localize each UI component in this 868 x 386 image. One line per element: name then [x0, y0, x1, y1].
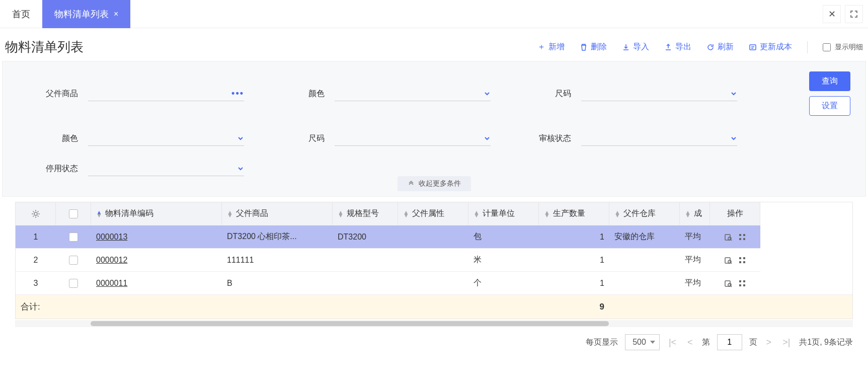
- td-action: [710, 225, 760, 248]
- row-checkbox[interactable]: [69, 233, 78, 242]
- header: 物料清单列表 ＋新增 删除 导入 导出 刷新 更新成本 显示明细: [0, 28, 868, 61]
- sort-icon[interactable]: ▲▼: [474, 211, 480, 217]
- page-input[interactable]: [717, 334, 742, 350]
- fullscreen-icon[interactable]: [845, 5, 863, 23]
- query-button[interactable]: 查询: [809, 71, 850, 91]
- next-page-icon[interactable]: >: [764, 337, 774, 348]
- filter-label: 审核状态: [511, 133, 581, 144]
- export-button[interactable]: 导出: [664, 42, 691, 52]
- chevron-down-icon[interactable]: [484, 90, 491, 97]
- sort-icon[interactable]: ▲▼: [403, 211, 409, 217]
- refresh-icon: [706, 43, 715, 51]
- add-button[interactable]: ＋新增: [537, 42, 565, 52]
- code-link[interactable]: 0000013: [96, 233, 127, 242]
- close-icon[interactable]: ×: [114, 10, 118, 19]
- checkbox-all[interactable]: [69, 209, 78, 218]
- th-label: 计量单位: [483, 208, 515, 219]
- collapse-button[interactable]: 收起更多条件: [398, 176, 471, 191]
- size-select[interactable]: [581, 86, 737, 101]
- row-checkbox[interactable]: [69, 256, 78, 265]
- last-page-icon[interactable]: >|: [780, 337, 792, 348]
- tab-home[interactable]: 首页: [0, 0, 42, 28]
- color-select[interactable]: [335, 86, 491, 101]
- size2-select[interactable]: [335, 131, 491, 146]
- sort-icon[interactable]: ▲▼: [227, 211, 233, 217]
- sum-cell: [222, 295, 333, 319]
- update-cost-label: 更新成本: [760, 42, 792, 52]
- more-icon[interactable]: [738, 279, 746, 287]
- color2-select[interactable]: [88, 131, 244, 146]
- td-checkbox[interactable]: [56, 248, 91, 271]
- import-button[interactable]: 导入: [622, 42, 649, 52]
- page-prefix: 第: [702, 337, 710, 348]
- filter-label: 颜色: [18, 133, 88, 144]
- th-warehouse[interactable]: ▲▼父件仓库: [609, 202, 680, 225]
- show-detail-input[interactable]: [823, 43, 831, 51]
- td-spec: DT3200: [333, 225, 398, 248]
- td-idx: 2: [16, 248, 56, 271]
- th-parent[interactable]: ▲▼父件商品: [222, 202, 333, 225]
- update-cost-button[interactable]: 更新成本: [749, 42, 792, 52]
- th-spec[interactable]: ▲▼规格型号: [333, 202, 398, 225]
- tab-bom-list[interactable]: 物料清单列表 ×: [42, 0, 130, 28]
- chevron-down-icon[interactable]: [730, 90, 737, 97]
- view-icon[interactable]: [724, 233, 732, 241]
- sort-icon[interactable]: ▲▼: [544, 211, 550, 217]
- scrollbar-thumb[interactable]: [91, 321, 609, 326]
- filter-label: 尺码: [511, 89, 581, 99]
- table-row[interactable]: 30000011B个1平均: [16, 271, 852, 294]
- sort-icon[interactable]: ▲▼: [338, 211, 344, 217]
- row-checkbox[interactable]: [69, 279, 78, 288]
- table-row[interactable]: 10000013DT3200 心相印茶...DT3200包1安徽的仓库平均: [16, 225, 852, 248]
- sort-icon[interactable]: ▲▼: [96, 211, 102, 217]
- first-page-icon[interactable]: |<: [667, 337, 678, 348]
- settings-button[interactable]: 设置: [809, 96, 850, 116]
- td-warehouse: [609, 271, 680, 294]
- td-checkbox[interactable]: [56, 225, 91, 248]
- audit-status-select[interactable]: [581, 131, 737, 146]
- td-code: 0000013: [91, 225, 222, 248]
- td-cost: 平均: [680, 225, 710, 248]
- th-checkbox[interactable]: [56, 202, 91, 225]
- stop-status-select[interactable]: [88, 161, 244, 176]
- prev-page-icon[interactable]: <: [685, 337, 695, 348]
- filter-label: 颜色: [264, 89, 335, 99]
- th-unit[interactable]: ▲▼计量单位: [468, 202, 539, 225]
- ellipsis-icon[interactable]: •••: [231, 88, 244, 99]
- th-label: 物料清单编码: [105, 208, 153, 219]
- more-icon[interactable]: [738, 233, 746, 241]
- pager: 每页显示 500 |< < 第 页 > >| 共1页, 9条记录: [0, 327, 868, 357]
- code-link[interactable]: 0000012: [96, 256, 127, 265]
- view-icon[interactable]: [724, 279, 732, 287]
- refresh-button[interactable]: 刷新: [706, 42, 734, 52]
- parent-product-input[interactable]: •••: [88, 86, 244, 101]
- per-page-select[interactable]: 500: [625, 334, 660, 350]
- td-attr: [398, 225, 468, 248]
- td-cost: 平均: [680, 248, 710, 271]
- th-qty[interactable]: ▲▼生产数量: [539, 202, 609, 225]
- show-detail-checkbox[interactable]: 显示明细: [823, 43, 863, 52]
- chevron-down-icon[interactable]: [484, 135, 491, 142]
- horizontal-scrollbar[interactable]: [15, 320, 853, 327]
- add-label: 新增: [548, 42, 565, 52]
- chevron-down-icon[interactable]: [237, 165, 244, 172]
- tabs-bar: 首页 物料清单列表 × ✕: [0, 0, 868, 28]
- close-all-icon[interactable]: ✕: [823, 5, 841, 23]
- th-cost[interactable]: ▲▼成: [680, 202, 710, 225]
- gear-icon[interactable]: [31, 209, 40, 218]
- td-checkbox[interactable]: [56, 271, 91, 294]
- delete-button[interactable]: 删除: [580, 42, 607, 52]
- chevron-down-icon[interactable]: [730, 135, 737, 142]
- filter-color2: 颜色: [18, 131, 244, 146]
- code-link[interactable]: 0000011: [96, 279, 127, 288]
- chevron-down-icon[interactable]: [237, 135, 244, 142]
- sort-icon[interactable]: ▲▼: [685, 211, 691, 217]
- th-label: 规格型号: [347, 208, 379, 219]
- th-gear[interactable]: [16, 202, 56, 225]
- th-code[interactable]: ▲▼物料清单编码: [91, 202, 222, 225]
- sort-icon[interactable]: ▲▼: [614, 211, 620, 217]
- more-icon[interactable]: [738, 256, 746, 264]
- table-row[interactable]: 20000012111111米1平均: [16, 248, 852, 271]
- view-icon[interactable]: [724, 256, 732, 264]
- th-attr[interactable]: ▲▼父件属性: [398, 202, 468, 225]
